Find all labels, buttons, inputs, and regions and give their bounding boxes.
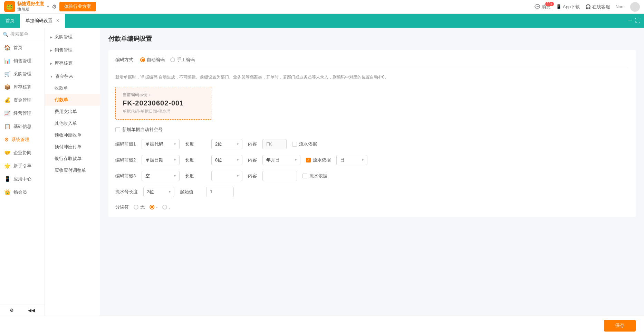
enterprise-icon: 🤝 xyxy=(4,150,11,156)
auto-fill-checkbox[interactable] xyxy=(115,127,120,132)
serial-length-arrow-icon: ▾ xyxy=(169,190,171,194)
sidebar-item-apps[interactable]: 📱 应用中心 xyxy=(0,173,45,186)
sub-menu-receipt[interactable]: 收款单 xyxy=(45,82,100,94)
sidebar-item-guide[interactable]: 🌟 新手引导 xyxy=(0,159,45,173)
sub-menu-other-income[interactable]: 其他收入单 xyxy=(45,118,100,129)
sep-none-radio[interactable]: 无 xyxy=(134,204,145,210)
serial2-row: ✓ 流水依据 xyxy=(306,157,331,163)
trial-button[interactable]: 体验行业方案 xyxy=(59,2,96,11)
search-label: 搜索菜单 xyxy=(10,31,28,37)
length2-select[interactable]: 8位 ▾ xyxy=(211,155,242,165)
serial1-checkbox[interactable] xyxy=(292,142,297,147)
save-button[interactable]: 保存 xyxy=(604,320,636,332)
sidebar-item-sales[interactable]: 📊 销售管理 xyxy=(0,54,45,67)
length3-arrow-icon: ▾ xyxy=(237,174,239,178)
length1-select[interactable]: 2位 ▾ xyxy=(211,139,242,149)
sidebar-item-inventory[interactable]: 📦 库存核算 xyxy=(0,81,45,94)
brand-logo: 🐸 xyxy=(4,1,15,12)
auto-fill-label: 新增单据自动补空号 xyxy=(122,127,163,133)
serial2-unit-select[interactable]: 日 ▾ xyxy=(336,155,367,165)
sub-menu-sales-title[interactable]: ▶ 销售管理 xyxy=(45,44,100,56)
sub-menu-sales-label: 销售管理 xyxy=(55,47,73,53)
brand-name: 畅捷通好生意 xyxy=(17,1,44,7)
top-bar-left: 🐸 畅捷通好生意 旗舰版 ▾ ⚙ 体验行业方案 xyxy=(4,1,531,12)
sep-dash-radio[interactable]: - xyxy=(150,204,157,210)
page-title: 付款单编码设置 xyxy=(108,35,636,43)
sep-dot-radio[interactable]: . xyxy=(162,204,170,210)
serial-length-select[interactable]: 3位 ▾ xyxy=(143,187,174,197)
prefix2-label: 编码前缀2 xyxy=(115,157,136,163)
sidebar-settings-icon[interactable]: ⚙ xyxy=(10,308,14,313)
prefix3-select[interactable]: 空 ▾ xyxy=(142,171,180,181)
sales-icon: 📊 xyxy=(4,58,11,64)
tab-home-label: 首页 xyxy=(6,18,15,24)
manual-code-radio[interactable]: 手工编码 xyxy=(170,57,195,63)
sidebar-enterprise-label: 企业协同 xyxy=(13,150,31,156)
sub-menu-funds: ▼ 资金往来 收款单 付款单 费用支出单 其他收入单 预收冲应收单 预付冲应付单… xyxy=(45,71,100,176)
dropdown-arrow-icon[interactable]: ▾ xyxy=(47,4,49,9)
content2-select[interactable]: 年月日 ▾ xyxy=(262,155,300,165)
content2-label: 内容 xyxy=(248,157,257,163)
sub-menu-payment[interactable]: 付款单 xyxy=(45,94,100,106)
sidebar-item-member[interactable]: 👑 畅会员 xyxy=(0,186,45,199)
code-preview-label: 当前编码示例： xyxy=(123,92,205,98)
sub-menu-advance-receipt[interactable]: 预收冲应收单 xyxy=(45,129,100,141)
info-text: 新增单据时，'单据编码'自动生成，不可编辑。前缀设置为部门、业务员等档案类，开单… xyxy=(115,74,629,81)
tab-home[interactable]: 首页 xyxy=(0,14,20,28)
sales-arrow-icon: ▶ xyxy=(50,48,52,52)
sidebar-item-system[interactable]: ⚙ 系统管理 xyxy=(0,133,45,146)
content1-input: FK xyxy=(262,139,287,149)
sidebar-item-basics[interactable]: 📋 基础信息 xyxy=(0,120,45,133)
length3-select[interactable]: ▾ xyxy=(211,171,242,181)
tab-close-icon[interactable]: ✕ xyxy=(56,18,59,23)
prefix1-select[interactable]: 单据代码 ▾ xyxy=(142,139,180,149)
content3-input xyxy=(262,171,297,181)
auto-code-radio[interactable]: 自动编码 xyxy=(140,57,165,63)
prefix3-value: 空 xyxy=(145,173,172,179)
sub-menu-advance-payment[interactable]: 预付冲应付单 xyxy=(45,141,100,153)
brand-text: 畅捷通好生意 旗舰版 xyxy=(17,1,44,12)
sub-menu-funds-title[interactable]: ▼ 资金往来 xyxy=(45,71,100,82)
sidebar-item-finance[interactable]: 💰 资金管理 xyxy=(0,94,45,107)
sidebar-guide-label: 新手引导 xyxy=(13,163,31,169)
sidebar-search[interactable]: 🔍 搜索菜单 xyxy=(0,28,45,41)
app-download-button[interactable]: 📱 App下载 xyxy=(556,4,580,10)
content1-label: 内容 xyxy=(248,141,257,147)
settings-icon[interactable]: ⚙ xyxy=(52,3,57,10)
expand-icon[interactable]: ⛶ xyxy=(635,18,641,24)
sidebar-item-purchase[interactable]: 🛒 采购管理 xyxy=(0,67,45,81)
sidebar-item-operations[interactable]: 📈 经营管理 xyxy=(0,107,45,120)
sidebar-item-home[interactable]: 🏠 首页 xyxy=(0,41,45,54)
sidebar-collapse-icon[interactable]: ◀◀ xyxy=(28,308,35,313)
home-icon: 🏠 xyxy=(4,45,11,51)
online-service-button[interactable]: 🎧 在线客服 xyxy=(585,4,610,10)
sub-menu-purchase-title[interactable]: ▶ 采购管理 xyxy=(45,31,100,43)
sub-menu-expense[interactable]: 费用支出单 xyxy=(45,106,100,118)
length1-label: 长度 xyxy=(185,141,206,147)
sub-menu-inventory-title[interactable]: ▶ 库存核算 xyxy=(45,57,100,69)
sub-menu-inventory-label: 库存核算 xyxy=(55,60,73,66)
tab-encoding-settings[interactable]: 单据编码设置 ✕ xyxy=(20,14,65,28)
length1-value: 2位 xyxy=(215,141,235,147)
minimize-icon[interactable]: ─ xyxy=(628,18,632,24)
prefix2-arrow-icon: ▾ xyxy=(174,158,176,162)
length3-label: 长度 xyxy=(185,173,206,179)
start-value-input[interactable]: 1 xyxy=(206,187,234,197)
sidebar-item-enterprise[interactable]: 🤝 企业协同 xyxy=(0,146,45,159)
sidebar-system-label: 系统管理 xyxy=(11,137,29,143)
prefix2-select[interactable]: 单据日期 ▾ xyxy=(142,155,180,165)
length2-value: 8位 xyxy=(215,157,235,163)
guide-icon: 🌟 xyxy=(4,163,11,169)
tab-bar: 首页 单据编码设置 ✕ ─ ⛶ xyxy=(0,14,644,28)
sep-dash-dot xyxy=(150,205,154,210)
operations-icon: 📈 xyxy=(4,110,11,117)
serial3-checkbox[interactable] xyxy=(302,174,307,178)
separator-label: 分隔符 xyxy=(115,204,129,210)
serial2-checkbox[interactable]: ✓ xyxy=(306,158,311,162)
sub-menu-adjustment[interactable]: 应收应付调整单 xyxy=(45,165,100,176)
serial-length-row: 流水号长度 3位 ▾ 起始值 1 xyxy=(115,187,629,197)
message-button[interactable]: 💬 消息 99+ xyxy=(535,4,550,10)
sub-menu-bank[interactable]: 银行存取款单 xyxy=(45,153,100,165)
serial1-row: 流水依据 xyxy=(292,141,317,147)
top-bar: 🐸 畅捷通好生意 旗舰版 ▾ ⚙ 体验行业方案 💬 消息 99+ 📱 App下载… xyxy=(0,0,644,14)
